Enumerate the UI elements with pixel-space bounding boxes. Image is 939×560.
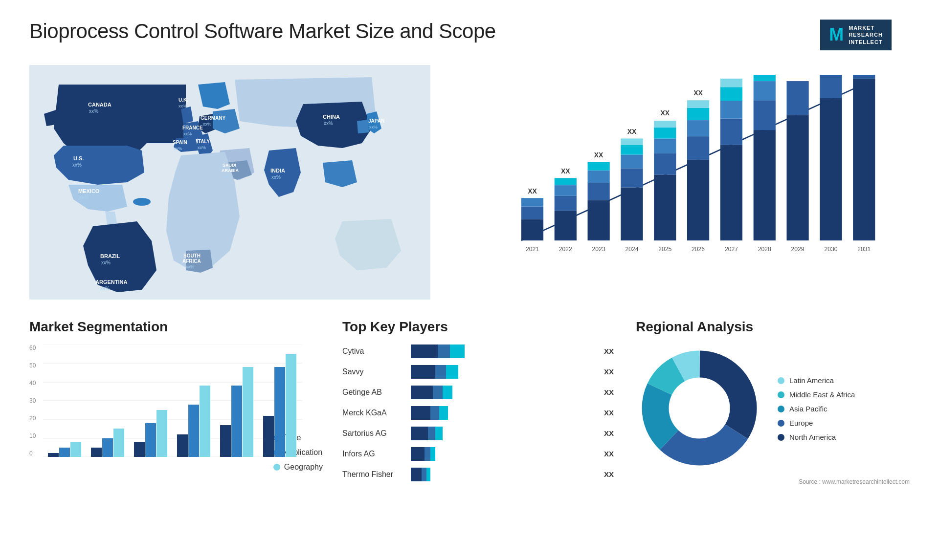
bar-seg1-1 xyxy=(411,365,435,379)
player-row-3: Merck KGaAXX xyxy=(342,406,616,420)
players-title: Top Key Players xyxy=(342,319,616,335)
reg-latin-label: Latin America xyxy=(789,376,834,385)
svg-text:XX: XX xyxy=(528,187,537,195)
svg-rect-67 xyxy=(687,160,709,240)
svg-text:ARABIA: ARABIA xyxy=(222,168,239,173)
bar-2022: XX 2022 xyxy=(555,167,577,253)
player-bar-1 xyxy=(411,365,595,379)
svg-rect-114 xyxy=(177,434,188,457)
legend-geography: Geography xyxy=(273,463,323,472)
player-name-3: Merck KGaA xyxy=(342,409,406,417)
y-10: 10 xyxy=(29,432,42,439)
reg-latin-america: Latin America xyxy=(778,376,855,385)
svg-rect-76 xyxy=(720,101,742,119)
svg-text:INDIA: INDIA xyxy=(270,168,285,173)
player-row-1: SavvyXX xyxy=(342,365,616,379)
player-bar-6 xyxy=(411,468,595,481)
reg-asia-dot xyxy=(778,406,784,412)
svg-rect-54 xyxy=(621,168,643,187)
svg-text:BRAZIL: BRAZIL xyxy=(100,253,120,259)
donut-hole xyxy=(670,379,729,437)
svg-rect-120 xyxy=(243,367,253,457)
segmentation-area: Market Segmentation 60 50 40 30 20 10 0 xyxy=(29,319,333,472)
svg-rect-118 xyxy=(220,425,231,457)
svg-point-1 xyxy=(133,198,151,206)
bar-seg1-5 xyxy=(411,447,425,461)
bar-seg2-0 xyxy=(438,345,450,358)
player-bar-2 xyxy=(411,386,595,399)
donut-svg xyxy=(636,345,763,472)
bar-seg2-5 xyxy=(425,447,430,461)
svg-text:2022: 2022 xyxy=(559,246,572,253)
bar-2030: 2030 xyxy=(820,75,842,253)
bar-seg1-0 xyxy=(411,345,438,358)
svg-text:xx%: xx% xyxy=(198,145,206,150)
player-xx-6: XX xyxy=(604,470,616,478)
svg-rect-42 xyxy=(555,196,577,211)
svg-rect-124 xyxy=(286,354,296,457)
regional-title: Regional Analysis xyxy=(636,319,910,335)
bar-seg2-6 xyxy=(422,468,426,481)
reg-mea-label: Middle East & Africa xyxy=(789,390,855,399)
bar-2024: XX 2024 xyxy=(621,128,643,253)
logo: M MARKETRESEARCHINTELLECT xyxy=(802,20,910,50)
svg-text:xx%: xx% xyxy=(224,174,231,178)
bottom-section: Market Segmentation 60 50 40 30 20 10 0 xyxy=(29,319,910,488)
svg-rect-90 xyxy=(820,75,842,98)
svg-text:ITALY: ITALY xyxy=(197,139,210,144)
regional-legend: Latin America Middle East & Africa Asia … xyxy=(778,376,855,441)
svg-text:XX: XX xyxy=(627,128,637,135)
svg-rect-48 xyxy=(588,183,610,200)
svg-rect-116 xyxy=(200,386,210,457)
player-row-4: Sartorius AGXX xyxy=(342,427,616,440)
header: Bioprocess Control Software Market Size … xyxy=(29,20,910,50)
svg-text:ARGENTINA: ARGENTINA xyxy=(95,279,127,285)
bar-seg3-3 xyxy=(439,406,448,420)
svg-rect-108 xyxy=(113,429,124,457)
bar-2029: 2029 xyxy=(786,81,808,253)
player-xx-1: XX xyxy=(604,367,616,376)
logo-letter: M xyxy=(829,24,844,45)
svg-text:FRANCE: FRANCE xyxy=(182,125,203,130)
svg-rect-122 xyxy=(263,416,274,457)
y-60: 60 xyxy=(29,345,42,351)
svg-rect-36 xyxy=(521,219,543,240)
svg-text:GERMANY: GERMANY xyxy=(201,115,225,121)
reg-asia-label: Asia Pacific xyxy=(789,405,827,413)
svg-rect-74 xyxy=(720,145,742,240)
player-xx-2: XX xyxy=(604,388,616,396)
seg-chart-container: 60 50 40 30 20 10 0 xyxy=(29,345,323,472)
bar-2031: 2031 xyxy=(853,75,875,253)
player-row-0: CytivaXX xyxy=(342,345,616,358)
logo-box: M MARKETRESEARCHINTELLECT xyxy=(820,20,892,50)
svg-rect-77 xyxy=(720,87,742,101)
svg-rect-53 xyxy=(621,187,643,240)
bar-seg1-4 xyxy=(411,427,428,440)
svg-text:xx%: xx% xyxy=(89,108,98,114)
y-axis: 60 50 40 30 20 10 0 xyxy=(29,345,42,457)
y-0: 0 xyxy=(29,450,42,457)
player-row-5: Infors AGXX xyxy=(342,447,616,461)
y-50: 50 xyxy=(29,362,42,369)
player-bar-5 xyxy=(411,447,595,461)
player-bar-3 xyxy=(411,406,595,420)
svg-text:xx%: xx% xyxy=(72,162,82,168)
y-20: 20 xyxy=(29,415,42,422)
svg-text:2023: 2023 xyxy=(592,246,605,253)
logo-text: MARKETRESEARCHINTELLECT xyxy=(849,24,883,45)
world-map-svg: CANADA xx% U.S. xx% MEXICO xx% BRAZIL xx… xyxy=(29,65,430,300)
player-xx-3: XX xyxy=(604,409,616,417)
svg-rect-103 xyxy=(59,448,70,457)
bar-seg3-4 xyxy=(435,427,443,440)
player-name-0: Cytiva xyxy=(342,347,406,356)
svg-text:XX: XX xyxy=(594,151,604,159)
svg-text:2026: 2026 xyxy=(692,246,705,253)
svg-text:U.K.: U.K. xyxy=(179,97,188,103)
svg-rect-50 xyxy=(588,162,610,170)
svg-text:2031: 2031 xyxy=(857,246,871,253)
svg-text:2027: 2027 xyxy=(725,246,738,253)
svg-text:2030: 2030 xyxy=(824,246,837,253)
svg-rect-61 xyxy=(654,153,676,174)
svg-text:xx%: xx% xyxy=(186,264,194,269)
svg-text:CANADA: CANADA xyxy=(88,102,112,108)
